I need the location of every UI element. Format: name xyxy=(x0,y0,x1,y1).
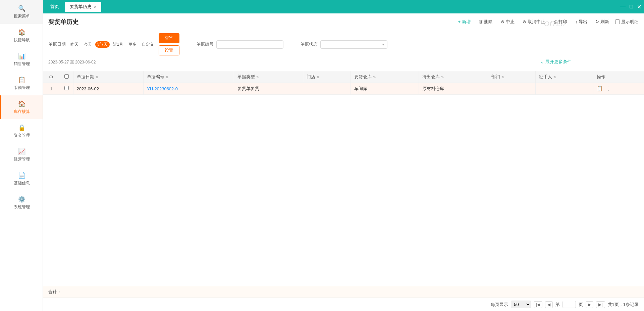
sidebar-item-operations[interactable]: 📈经营管理 xyxy=(0,143,43,167)
print-button[interactable]: 🖨 打印 xyxy=(551,17,570,26)
page-footer: 每页显示 102050100 |◀ ◀ 第 1 页 ▶ ▶| 共1页，1条记录 xyxy=(43,298,644,311)
expand-label: 展开更多条件 xyxy=(545,59,572,65)
date-filter-group: 单据日期 昨天今天近7天近1月更多自定义 查询 设置 xyxy=(48,33,179,55)
page-content-area: 要货单历史 + 新增 🗑 删除 ⊗ 中止 ⊗ 取消中止 🖨 打印 ↑ 导出 ↻ … xyxy=(43,13,644,311)
sort-handler-icon[interactable]: ⇅ xyxy=(553,75,556,79)
row-doc-date: 2023-06-02 xyxy=(73,83,144,95)
sidebar-item-system[interactable]: ⚙️系统管理 xyxy=(0,191,43,215)
summary-label: 合计： xyxy=(48,289,61,294)
filter-actions: 查询 设置 xyxy=(159,33,179,55)
date-shortcut-自定义[interactable]: 自定义 xyxy=(140,41,156,48)
col-settings: ⚙ xyxy=(43,71,60,83)
sidebar-item-label: 经营管理 xyxy=(14,157,30,162)
sort-req-warehouse-icon[interactable]: ⇅ xyxy=(373,75,376,79)
date-shortcut-近7天[interactable]: 近7天 xyxy=(95,41,110,48)
date-shortcut-昨天[interactable]: 昨天 xyxy=(68,41,80,48)
purchase-icon: 📋 xyxy=(18,76,25,84)
page-label-after: 页 xyxy=(579,302,583,308)
refresh-button[interactable]: ↻ 刷新 xyxy=(593,17,611,26)
col-actions: 操作 xyxy=(593,71,644,83)
expand-icon: ⌄ xyxy=(540,59,544,64)
doc-number-filter-group: 单据编号 xyxy=(196,40,283,49)
next-page-button[interactable]: ▶ xyxy=(586,301,593,308)
data-table: ⚙ 单据日期⇅ 单据编号⇅ 单据类型⇅ xyxy=(43,71,644,95)
row-select-checkbox[interactable] xyxy=(64,86,69,90)
col-checkbox xyxy=(60,71,73,83)
col-department: 部门⇅ xyxy=(488,71,535,83)
sort-doc-type-icon[interactable]: ⇅ xyxy=(256,75,259,79)
row-checkbox[interactable] xyxy=(60,83,73,95)
tab-home[interactable]: 首页 xyxy=(46,2,64,12)
page-size-select[interactable]: 102050100 xyxy=(511,301,531,308)
page-header: 要货单历史 + 新增 🗑 删除 ⊗ 中止 ⊗ 取消中止 🖨 打印 ↑ 导出 ↻ … xyxy=(43,13,644,29)
row-doc-number: YH-20230602-0 xyxy=(144,83,234,95)
row-more-icon[interactable]: ⋮ xyxy=(606,86,611,92)
date-shortcut-近1月[interactable]: 近1月 xyxy=(111,41,125,48)
sort-doc-number-icon[interactable]: ⇅ xyxy=(166,75,168,79)
doc-number-label: 单据编号 xyxy=(196,41,214,47)
filter-row-1: 单据日期 昨天今天近7天近1月更多自定义 查询 设置 单据编号 单据状态 xyxy=(48,33,639,55)
tab-label-requisition-history: 要货单历史 xyxy=(70,4,92,10)
first-page-button[interactable]: |◀ xyxy=(534,301,542,308)
row-req-warehouse: 车间库 xyxy=(351,83,419,95)
date-filter-label: 单据日期 xyxy=(48,41,66,47)
col-handler: 经手人⇅ xyxy=(535,71,593,83)
sidebar-item-finance[interactable]: 🔒资金管理 xyxy=(0,119,43,143)
settings-button[interactable]: 设置 xyxy=(159,45,179,55)
status-select-wrapper xyxy=(320,40,387,49)
status-select[interactable] xyxy=(320,40,387,49)
row-pending-warehouse: 原材料仓库 xyxy=(419,83,488,95)
sidebar-item-purchase[interactable]: 📋采购管理 xyxy=(0,72,43,95)
tab-close-requisition-history[interactable]: ✕ xyxy=(94,5,97,9)
row-index: 1 xyxy=(43,83,60,95)
table-settings-icon[interactable]: ⚙ xyxy=(49,74,53,80)
stop-button[interactable]: ⊗ 中止 xyxy=(499,17,517,26)
query-button[interactable]: 查询 xyxy=(159,33,179,43)
sort-doc-date-icon[interactable]: ⇅ xyxy=(96,75,98,79)
sidebar-item-search-menu[interactable]: 🔍搜索菜单 xyxy=(0,0,43,24)
sidebar-item-basic-info[interactable]: 📄基础信息 xyxy=(0,167,43,191)
date-shortcut-今天[interactable]: 今天 xyxy=(82,41,94,48)
expand-more-button[interactable]: ⌄ 展开更多条件 xyxy=(540,57,572,66)
inventory-icon: 🏠 xyxy=(18,100,25,107)
search-menu-icon: 🔍 xyxy=(18,5,25,12)
col-store: 门店⇅ xyxy=(303,71,351,83)
basic-info-icon: 📄 xyxy=(18,172,25,179)
doc-number-link[interactable]: YH-20230602-0 xyxy=(147,86,178,91)
tab-requisition-history[interactable]: 要货单历史✕ xyxy=(65,2,101,12)
sort-department-icon[interactable]: ⇅ xyxy=(501,75,504,79)
col-doc-type: 单据类型⇅ xyxy=(234,71,303,83)
sort-store-icon[interactable]: ⇅ xyxy=(317,75,319,79)
delete-button[interactable]: 🗑 删除 xyxy=(477,17,495,26)
sidebar-item-inventory[interactable]: 🏠库存核算 xyxy=(0,95,43,119)
sidebar-item-quick-nav[interactable]: 🏠快捷导航 xyxy=(0,24,43,48)
date-shortcut-更多[interactable]: 更多 xyxy=(126,41,139,48)
col-doc-date: 单据日期⇅ xyxy=(73,71,144,83)
status-label: 单据状态 xyxy=(300,41,318,47)
sort-pending-warehouse-icon[interactable]: ⇅ xyxy=(441,75,444,79)
show-detail-checkbox[interactable] xyxy=(615,19,620,24)
toolbar: + 新增 🗑 删除 ⊗ 中止 ⊗ 取消中止 🖨 打印 ↑ 导出 ↻ 刷新 显示明… xyxy=(456,17,639,26)
export-button[interactable]: ↑ 导出 xyxy=(573,17,589,26)
window-close-icon[interactable]: ✕ xyxy=(637,4,641,10)
show-detail-label: 显示明细 xyxy=(621,19,639,25)
prev-page-button[interactable]: ◀ xyxy=(545,301,553,308)
sidebar: 🔍搜索菜单🏠快捷导航📊销售管理📋采购管理🏠库存核算🔒资金管理📈经营管理📄基础信息… xyxy=(0,0,43,311)
sidebar-item-sales[interactable]: 📊销售管理 xyxy=(0,48,43,72)
window-maximize-icon[interactable]: □ xyxy=(630,4,633,10)
cancel-stop-button[interactable]: ⊗ 取消中止 xyxy=(521,17,547,26)
row-department xyxy=(488,83,535,95)
last-page-button[interactable]: ▶| xyxy=(596,301,605,308)
page-size-label: 每页显示 xyxy=(491,302,508,308)
sidebar-item-label: 资金管理 xyxy=(14,133,30,138)
new-button[interactable]: + 新增 xyxy=(456,17,473,26)
select-all-checkbox[interactable] xyxy=(64,74,69,79)
show-detail-toggle[interactable]: 显示明细 xyxy=(615,19,639,25)
table-header-row: ⚙ 单据日期⇅ 单据编号⇅ 单据类型⇅ xyxy=(43,71,644,83)
row-edit-icon[interactable]: 📋 xyxy=(597,86,603,92)
current-page-input[interactable]: 1 xyxy=(562,301,576,308)
window-minimize-icon[interactable]: — xyxy=(620,4,626,10)
sidebar-item-label: 基础信息 xyxy=(14,180,30,186)
finance-icon: 🔒 xyxy=(18,124,25,131)
doc-number-input[interactable] xyxy=(216,40,283,49)
